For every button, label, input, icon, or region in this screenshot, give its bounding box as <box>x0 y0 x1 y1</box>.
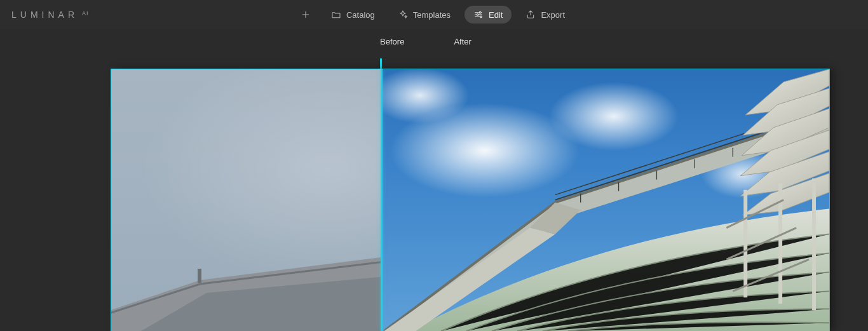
folder-icon <box>331 10 341 20</box>
nav-export[interactable]: Export <box>517 6 574 24</box>
sparkle-icon <box>398 10 408 20</box>
nav-templates-label: Templates <box>413 10 451 20</box>
nav-catalog-label: Catalog <box>346 10 375 20</box>
nav-templates[interactable]: Templates <box>389 6 459 24</box>
nav-edit-label: Edit <box>489 10 503 20</box>
top-bar: LUMINAR AI Catalog Templates Edit <box>0 0 868 29</box>
brand-suffix: AI <box>82 10 89 17</box>
nav-export-label: Export <box>541 10 565 20</box>
app-brand: LUMINAR AI <box>11 10 89 20</box>
nav-edit[interactable]: Edit <box>465 6 512 24</box>
nav-catalog[interactable]: Catalog <box>322 6 384 24</box>
compare-divider[interactable] <box>381 69 383 331</box>
svg-point-2 <box>480 16 482 18</box>
svg-rect-3 <box>198 269 201 283</box>
image-canvas[interactable] <box>111 69 830 331</box>
plus-icon <box>301 10 311 20</box>
after-label: After <box>454 37 471 46</box>
main-nav: Catalog Templates Edit Export <box>294 6 574 24</box>
brand-name: LUMINAR <box>11 10 78 20</box>
svg-point-0 <box>479 11 481 13</box>
add-button[interactable] <box>294 6 317 24</box>
workspace: Before After <box>0 29 868 331</box>
export-icon <box>526 10 536 20</box>
svg-point-1 <box>477 14 478 16</box>
sliders-icon <box>473 10 484 20</box>
before-label: Before <box>380 37 404 46</box>
compare-labels: Before After <box>0 37 868 46</box>
